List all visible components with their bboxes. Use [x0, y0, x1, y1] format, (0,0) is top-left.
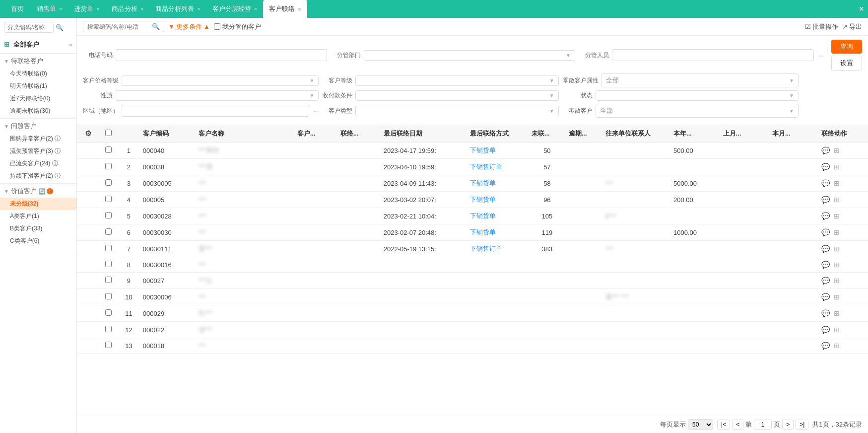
grid-action-icon[interactable]: ⊞ [834, 277, 840, 285]
reset-button[interactable]: 设置 [831, 56, 862, 71]
chat-icon[interactable]: 💬 [821, 163, 830, 171]
sidebar-item-today[interactable]: 今天待联络(0) [0, 68, 76, 80]
chat-icon[interactable]: 💬 [821, 228, 830, 236]
nav-tab-customer-layer[interactable]: 客户分层经营 × [206, 0, 263, 18]
page-number-input[interactable] [754, 420, 772, 430]
chat-icon[interactable]: 💬 [821, 245, 830, 253]
chat-icon[interactable]: 💬 [821, 309, 830, 317]
region-dots[interactable]: ··· [313, 107, 319, 115]
group-problem-customers[interactable]: ▼ 问题客户 [0, 120, 76, 133]
search-icon-main[interactable]: 🔍 [152, 23, 160, 30]
contact-way-link[interactable]: 下销售订单 [470, 245, 502, 252]
payment-select[interactable]: ▼ [355, 90, 558, 101]
sidebar-search-input[interactable] [4, 22, 54, 33]
row-checkbox[interactable] [105, 277, 112, 283]
chat-icon[interactable]: 💬 [821, 293, 830, 301]
sidebar-item-ungroup[interactable]: 未分组(32) [0, 198, 76, 210]
nature-select[interactable]: ▼ [116, 90, 319, 101]
nav-tab-sales[interactable]: 销售单 × [31, 0, 68, 18]
my-customer-checkbox[interactable] [214, 23, 220, 30]
contact-way-link[interactable]: 下销货单 [470, 196, 496, 203]
sidebar-item-churned[interactable]: 已流失客户(24) ⓘ [0, 157, 76, 170]
batch-op-btn[interactable]: ☑ 批量操作 [805, 22, 838, 31]
sidebar-item-churn-warning[interactable]: 流失预警客户(3) ⓘ [0, 145, 76, 157]
grid-action-icon[interactable]: ⊞ [834, 342, 840, 350]
chat-icon[interactable]: 💬 [821, 212, 830, 220]
next-page-btn[interactable]: > [782, 420, 794, 430]
search-input[interactable] [87, 23, 152, 30]
row-checkbox[interactable] [105, 196, 112, 202]
row-checkbox[interactable] [105, 212, 112, 218]
sidebar-item-declining[interactable]: 持续下滑客户(2) ⓘ [0, 170, 76, 182]
grid-action-icon[interactable]: ⊞ [834, 309, 840, 317]
chat-icon[interactable]: 💬 [821, 261, 830, 269]
manager-input[interactable] [612, 49, 814, 61]
sidebar-item-7days[interactable]: 近7天待联络(0) [0, 92, 76, 105]
grid-action-icon[interactable]: ⊞ [834, 228, 840, 236]
contact-way-link[interactable]: 下销货单 [470, 146, 496, 154]
export-btn[interactable]: ↗ 导出 [842, 22, 862, 31]
close-customer-contact-tab[interactable]: × [298, 6, 301, 12]
all-customers-section[interactable]: ⊞ 全部客户 « [0, 37, 76, 52]
retail-attr-select[interactable]: 全部 ▼ [601, 73, 799, 87]
close-product-analysis-tab[interactable]: × [140, 6, 143, 12]
prev-page-btn[interactable]: < [732, 420, 743, 430]
customer-level-select[interactable]: ▼ [355, 75, 558, 86]
manager-dots[interactable]: ··· [818, 52, 823, 59]
row-checkbox[interactable] [105, 326, 112, 332]
more-conditions-btn[interactable]: ▼ 更多条件 ▲ [168, 22, 210, 31]
grid-action-icon[interactable]: ⊞ [834, 146, 840, 154]
retail-customer-select[interactable]: 全部 ▼ [596, 104, 799, 118]
grid-action-icon[interactable]: ⊞ [834, 196, 840, 204]
chat-icon[interactable]: 💬 [821, 146, 830, 154]
row-checkbox[interactable] [105, 163, 112, 169]
contact-way-link[interactable]: 下销货单 [470, 212, 496, 219]
row-checkbox[interactable] [105, 261, 112, 267]
row-checkbox[interactable] [105, 179, 112, 186]
region-input[interactable] [122, 105, 309, 117]
grid-action-icon[interactable]: ⊞ [834, 261, 840, 269]
row-checkbox[interactable] [105, 228, 112, 235]
window-close-button[interactable]: × [859, 4, 864, 14]
row-checkbox[interactable] [105, 293, 112, 299]
contact-way-link[interactable]: 下销货单 [470, 179, 496, 187]
grid-action-icon[interactable]: ⊞ [834, 163, 840, 171]
chat-icon[interactable]: 💬 [821, 277, 830, 285]
sidebar-item-a-class[interactable]: A类客户(1) [0, 210, 76, 222]
chat-icon[interactable]: 💬 [821, 179, 830, 187]
select-all-checkbox[interactable] [105, 130, 112, 136]
sidebar-item-abnormal[interactable]: 囤购异常客户(2) ⓘ [0, 133, 76, 145]
contact-way-link[interactable]: 下销货单 [470, 228, 496, 236]
price-level-select[interactable]: ▼ [122, 75, 319, 86]
row-checkbox[interactable] [105, 245, 112, 251]
sidebar-item-c-class[interactable]: C类客户(6) [0, 235, 76, 247]
group-value-customers[interactable]: ▼ 价值客户 🔄 ! [0, 185, 76, 198]
nav-tab-product-analysis[interactable]: 商品分析 × [106, 0, 149, 18]
row-checkbox[interactable] [105, 342, 112, 348]
grid-action-icon[interactable]: ⊞ [834, 245, 840, 253]
sidebar-search-icon[interactable]: 🔍 [56, 24, 64, 31]
row-checkbox[interactable] [105, 309, 112, 316]
customer-type-select[interactable]: ▼ [355, 106, 558, 116]
sidebar-item-b-class[interactable]: B类客户(33) [0, 222, 76, 235]
grid-action-icon[interactable]: ⊞ [834, 326, 840, 334]
grid-action-icon[interactable]: ⊞ [834, 179, 840, 187]
group-pending-contact[interactable]: ▼ 待联络客户 [0, 55, 76, 68]
last-page-btn[interactable]: >| [796, 420, 808, 430]
chat-icon[interactable]: 💬 [821, 326, 830, 334]
grid-action-icon[interactable]: ⊞ [834, 212, 840, 220]
status-select[interactable]: ▼ [596, 90, 799, 101]
nav-tab-purchase[interactable]: 进货单 × [68, 0, 105, 18]
grid-action-icon[interactable]: ⊞ [834, 293, 840, 301]
query-button[interactable]: 查询 [831, 40, 862, 54]
sidebar-item-tomorrow[interactable]: 明天待联络(1) [0, 80, 76, 92]
column-settings-icon[interactable]: ⚙ [85, 129, 91, 138]
close-product-list-tab[interactable]: × [197, 6, 200, 12]
nav-tab-product-list[interactable]: 商品分析列表 × [149, 0, 206, 18]
first-page-btn[interactable]: |< [717, 420, 730, 430]
sidebar-collapse-icon[interactable]: « [69, 41, 72, 48]
row-checkbox[interactable] [105, 146, 112, 153]
sidebar-item-overdue[interactable]: 逾期未联络(30) [0, 105, 76, 117]
chat-icon[interactable]: 💬 [821, 342, 830, 350]
page-size-select[interactable]: 50 100 [688, 419, 713, 430]
